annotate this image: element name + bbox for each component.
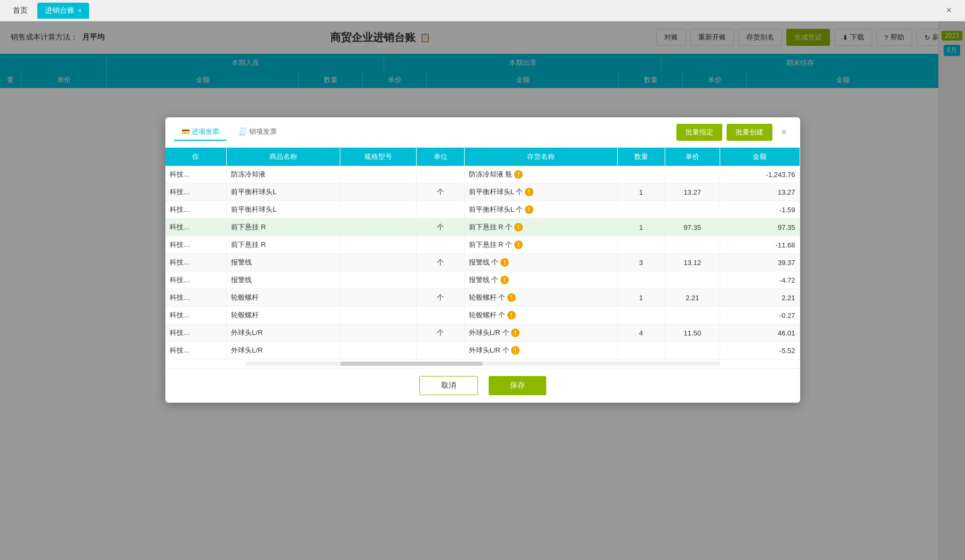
cell-amount: 2.21 — [720, 289, 800, 307]
cell-spec — [340, 342, 416, 359]
cell-unit: 个 — [417, 254, 464, 271]
modal-close-button[interactable]: × — [777, 125, 792, 140]
cell-unit: 个 — [417, 183, 464, 201]
purchase-tab-icon: 💳 — [181, 127, 190, 135]
cell-product: 前下悬挂 R — [227, 236, 340, 254]
cell-product: 报警线 — [227, 271, 340, 289]
warning-icon: ! — [525, 205, 533, 214]
tab-sale-invoice[interactable]: 🧾 销项发票 — [231, 124, 284, 141]
batch-assign-button[interactable]: 批量指定 — [676, 124, 722, 141]
cell-qty — [617, 201, 665, 219]
cell-company: 科技… — [165, 219, 227, 236]
save-button[interactable]: 保存 — [489, 376, 546, 395]
cancel-button[interactable]: 取消 — [419, 376, 478, 395]
table-row: 科技… 前下悬挂 R 个 前下悬挂 R 个 ! 1 97.35 97.35 — [165, 219, 800, 236]
cell-stock: 外球头L/R 个 ! — [464, 324, 617, 342]
cell-price — [665, 201, 720, 219]
scrollbar-thumb[interactable] — [340, 362, 483, 366]
modal-overlay: 💳 进项发票 🧾 销项发票 批量指定 批量创建 × — [0, 21, 965, 560]
cell-stock: 轮毂螺杆 个 ! — [464, 289, 617, 307]
cell-spec — [340, 166, 416, 183]
cell-unit — [417, 271, 464, 289]
cell-qty — [617, 307, 665, 324]
batch-create-button[interactable]: 批量创建 — [727, 124, 772, 141]
cell-qty — [617, 271, 665, 289]
cell-unit: 个 — [417, 219, 464, 236]
cell-qty: 1 — [617, 219, 665, 236]
col-product: 商品名称 — [227, 148, 340, 166]
cell-product: 外球头L/R — [227, 324, 340, 342]
cell-product: 外球头L/R — [227, 342, 340, 359]
cell-company: 科技… — [165, 236, 227, 254]
warning-icon: ! — [507, 311, 516, 319]
cell-stock: 前下悬挂 R 个 ! — [464, 219, 617, 236]
col-unit: 单位 — [417, 148, 464, 166]
table-row: 科技… 轮毂螺杆 个 轮毂螺杆 个 ! 1 2.21 2.21 — [165, 289, 800, 307]
tab-ledger[interactable]: 进销台账 × — [37, 3, 89, 19]
cell-amount: 13.27 — [720, 183, 800, 201]
cell-qty — [617, 342, 665, 359]
cell-stock: 前平衡杆球头L 个 ! — [464, 183, 617, 201]
main-content: 销售成本计算方法： 月平均 商贸企业进销台账 📋 对账 重新开账 存货别名 生成… — [0, 21, 965, 560]
cell-spec — [340, 289, 416, 307]
invoice-table: 你 商品名称 规格型号 单位 存货名称 数量 单价 金额 科技… 防冻冷却液 — [165, 148, 800, 359]
col-company: 你 — [165, 148, 227, 166]
cell-qty — [617, 166, 665, 183]
cell-company: 科技… — [165, 183, 227, 201]
cell-product: 轮毂螺杆 — [227, 289, 340, 307]
table-row: 科技… 前平衡杆球头L 前平衡杆球头L 个 ! -1.59 — [165, 201, 800, 219]
warning-icon: ! — [514, 170, 523, 179]
col-amount: 金额 — [720, 148, 800, 166]
cell-stock: 前下悬挂 R 个 ! — [464, 236, 617, 254]
cell-qty: 3 — [617, 254, 665, 271]
cell-product: 报警线 — [227, 254, 340, 271]
cell-unit — [417, 307, 464, 324]
warning-icon: ! — [514, 241, 523, 249]
scrollbar-area[interactable] — [165, 359, 800, 368]
cell-product: 前平衡杆球头L — [227, 201, 340, 219]
cell-price: 97.35 — [665, 219, 720, 236]
cell-price — [665, 236, 720, 254]
tab-purchase-invoice[interactable]: 💳 进项发票 — [174, 124, 227, 141]
cell-company: 科技… — [165, 254, 227, 271]
table-row: 科技… 轮毂螺杆 轮毂螺杆 个 ! -0.27 — [165, 307, 800, 324]
modal-dialog: 💳 进项发票 🧾 销项发票 批量指定 批量创建 × — [165, 117, 800, 403]
cell-amount: 46.01 — [720, 324, 800, 342]
cell-unit: 个 — [417, 289, 464, 307]
cell-amount: -0.27 — [720, 307, 800, 324]
col-spec: 规格型号 — [340, 148, 416, 166]
horizontal-scrollbar[interactable] — [245, 362, 720, 366]
cell-spec — [340, 254, 416, 271]
table-row: 科技… 防冻冷却液 防冻冷却液 瓶 ! -1,243.76 — [165, 166, 800, 183]
cell-amount: -11.68 — [720, 236, 800, 254]
tab-bar: 首页 进销台账 × × — [0, 0, 965, 21]
table-row: 科技… 外球头L/R 外球头L/R 个 ! -5.52 — [165, 342, 800, 359]
sale-tab-icon: 🧾 — [238, 127, 247, 135]
tab-home[interactable]: 首页 — [5, 3, 35, 19]
warning-icon: ! — [514, 223, 523, 231]
warning-icon: ! — [507, 293, 516, 302]
tab-close-icon[interactable]: × — [78, 7, 82, 14]
cell-stock: 外球头L/R 个 ! — [464, 342, 617, 359]
cell-company: 科技… — [165, 307, 227, 324]
cell-stock: 报警线 个 ! — [464, 271, 617, 289]
window-close-button[interactable]: × — [938, 0, 960, 21]
modal-actions: 批量指定 批量创建 — [676, 124, 772, 141]
cell-company: 科技… — [165, 271, 227, 289]
cell-price — [665, 342, 720, 359]
cell-company: 科技… — [165, 324, 227, 342]
cell-amount: -1,243.76 — [720, 166, 800, 183]
cell-product: 前下悬挂 R — [227, 219, 340, 236]
modal-header: 💳 进项发票 🧾 销项发票 批量指定 批量创建 × — [165, 117, 800, 148]
table-row: 科技… 前平衡杆球头L 个 前平衡杆球头L 个 ! 1 13.27 13.27 — [165, 183, 800, 201]
warning-icon: ! — [500, 258, 509, 267]
cell-price: 11.50 — [665, 324, 720, 342]
modal-footer: 取消 保存 — [165, 368, 800, 403]
warning-icon: ! — [511, 346, 520, 355]
cell-company: 科技… — [165, 289, 227, 307]
cell-company: 科技… — [165, 166, 227, 183]
warning-icon: ! — [511, 329, 520, 337]
tab-ledger-label: 进销台账 — [45, 6, 75, 15]
cell-price — [665, 166, 720, 183]
cell-product: 防冻冷却液 — [227, 166, 340, 183]
